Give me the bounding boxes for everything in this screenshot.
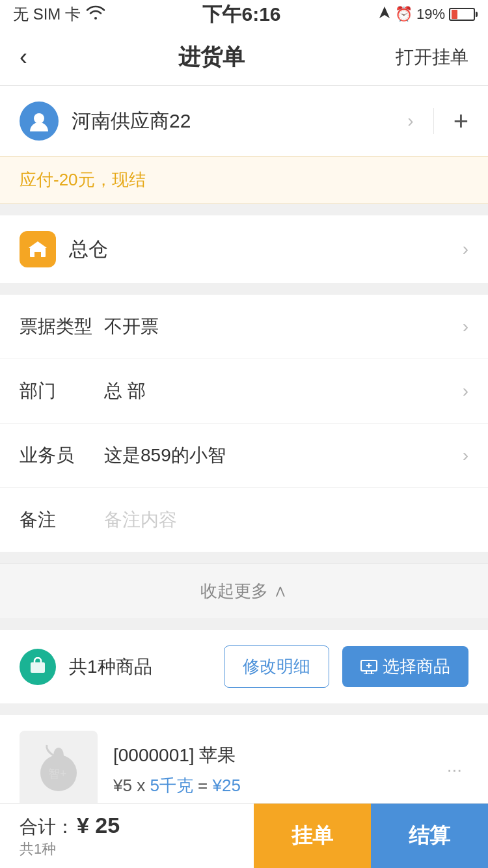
salesperson-label: 业务员 xyxy=(20,443,104,468)
product-code: [0000001] xyxy=(113,745,195,765)
info-banner: 应付-20元，现结 xyxy=(0,156,488,204)
total-label: 合计： xyxy=(20,815,74,839)
svg-point-0 xyxy=(34,113,44,124)
status-right: ⏰ 19% xyxy=(378,5,475,23)
invoice-type-row[interactable]: 票据类型 不开票 › xyxy=(0,295,488,359)
department-label: 部门 xyxy=(20,379,104,403)
department-value: 总 部 xyxy=(104,379,463,403)
salesperson-row[interactable]: 业务员 这是859的小智 › xyxy=(0,424,488,488)
product-price: ¥5 x 5千克 = ¥25 xyxy=(113,774,425,797)
svg-rect-2 xyxy=(34,252,41,257)
collapse-more-label: 收起更多 ∧ xyxy=(200,581,287,601)
invoice-type-chevron-icon: › xyxy=(463,316,468,337)
product-title-name: 苹果 xyxy=(199,745,236,765)
product-total: ¥25 xyxy=(212,776,240,795)
page-title: 进货单 xyxy=(178,42,245,72)
open-hang-button[interactable]: 打开挂单 xyxy=(396,45,468,70)
supplier-row[interactable]: 河南供应商22 › + xyxy=(0,86,488,156)
warehouse-section[interactable]: 总仓 › xyxy=(0,215,488,283)
product-header: 共1种商品 修改明细 选择商品 xyxy=(0,630,488,703)
supplier-chevron-icon: › xyxy=(407,111,413,131)
back-button[interactable]: ‹ xyxy=(20,44,27,71)
price-unit: ¥5 x xyxy=(113,776,150,795)
invoice-type-label: 票据类型 xyxy=(20,314,104,339)
total-section: 合计： ¥ 25 共1种 xyxy=(0,813,254,859)
select-product-label: 选择商品 xyxy=(383,655,450,678)
svg-rect-3 xyxy=(31,662,45,673)
status-left: 无 SIM 卡 xyxy=(13,4,105,25)
select-product-button[interactable]: 选择商品 xyxy=(342,646,468,687)
hang-button[interactable]: 挂单 xyxy=(254,804,371,869)
total-count: 共1种 xyxy=(20,839,234,859)
warehouse-row[interactable]: 总仓 › xyxy=(0,215,488,283)
checkout-button[interactable]: 结算 xyxy=(371,804,488,869)
divider xyxy=(433,108,434,134)
remark-input[interactable]: 备注内容 xyxy=(104,508,468,532)
battery-percent: 19% xyxy=(416,6,445,23)
wifi-icon xyxy=(86,5,105,23)
salesperson-chevron-icon: › xyxy=(463,445,468,466)
product-qty: 5千克 xyxy=(150,776,193,795)
product-more-button[interactable]: ··· xyxy=(441,753,468,787)
equals-sign: = xyxy=(193,776,213,795)
info-text: 应付-20元，现结 xyxy=(20,170,146,189)
salesperson-value: 这是859的小智 xyxy=(104,443,463,468)
product-count-icon xyxy=(20,649,56,685)
remark-label: 备注 xyxy=(20,508,104,532)
product-thumb-icon: 智+ xyxy=(33,744,85,796)
warehouse-name: 总仓 xyxy=(69,236,463,263)
invoice-type-value: 不开票 xyxy=(104,314,463,339)
location-icon xyxy=(378,5,391,23)
remark-row[interactable]: 备注 备注内容 xyxy=(0,488,488,552)
nav-bar: ‹ 进货单 打开挂单 xyxy=(0,29,488,86)
svg-text:智+: 智+ xyxy=(48,767,67,780)
collapse-more-button[interactable]: 收起更多 ∧ xyxy=(0,563,488,618)
supplier-name: 河南供应商22 xyxy=(72,108,407,135)
status-bar: 无 SIM 卡 下午6:16 ⏰ 19% xyxy=(0,0,488,29)
product-count-text: 共1种商品 xyxy=(69,655,211,679)
supplier-avatar xyxy=(20,102,59,141)
total-amount: ¥ 25 xyxy=(77,813,120,838)
edit-detail-button[interactable]: 修改明细 xyxy=(224,645,329,688)
status-time: 下午6:16 xyxy=(202,1,280,28)
bottom-bar: 合计： ¥ 25 共1种 挂单 结算 xyxy=(0,803,488,868)
product-thumbnail: 智+ xyxy=(20,731,98,809)
add-supplier-button[interactable]: + xyxy=(454,107,468,136)
supplier-section: 河南供应商22 › + 应付-20元，现结 xyxy=(0,86,488,204)
svg-point-11 xyxy=(53,748,64,763)
battery-icon xyxy=(449,8,475,21)
warehouse-icon xyxy=(20,231,56,267)
department-row[interactable]: 部门 总 部 › xyxy=(0,359,488,424)
product-info: [0000001] 苹果 ¥5 x 5千克 = ¥25 xyxy=(113,743,425,797)
carrier-text: 无 SIM 卡 xyxy=(13,4,81,25)
form-section: 票据类型 不开票 › 部门 总 部 › 业务员 这是859的小智 › 备注 备注… xyxy=(0,295,488,552)
warehouse-chevron-icon: › xyxy=(463,239,468,260)
department-chevron-icon: › xyxy=(463,381,468,401)
product-name: [0000001] 苹果 xyxy=(113,743,425,768)
alarm-icon: ⏰ xyxy=(395,6,413,23)
